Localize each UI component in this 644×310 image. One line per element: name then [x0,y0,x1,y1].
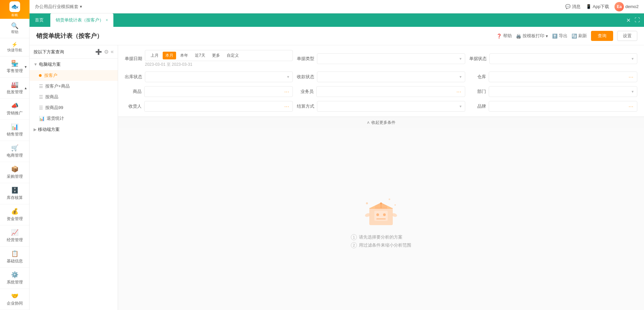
sidebar-item-retail[interactable]: 🏪 零售管理 ▼ [0,56,29,78]
payment-status-select[interactable]: ▾ [317,71,465,82]
export-icon: ⬆️ [552,34,557,39]
brand-field: 品牌 ··· [469,101,637,112]
settings-button[interactable]: 设置 [617,31,637,41]
mobile-scheme-group-toggle[interactable]: ▶ 移动端方案 [30,124,118,135]
scheme-item-by-product99[interactable]: ☰ 按商品99 [30,102,118,113]
page-content: 销货单统计表（按客户） ❓ 帮助 🖨️ 按模板打印 ▾ ⬆️ 导出 🔄 刷新 [30,27,644,310]
date-7days-btn[interactable]: 近7天 [192,52,208,59]
industry-selector[interactable]: 办公用品行业模拟账套 ▾ [35,4,82,10]
order-status-arrow: ▾ [632,56,634,61]
salesperson-control[interactable]: ··· [316,86,465,97]
scheme-item-label: 按商品 [45,94,58,100]
date-range-display: 2023-03-01 至 2023-03-31 [145,62,293,67]
settlement-select[interactable]: ▾ [317,101,465,112]
warehouse-select[interactable]: ··· [489,71,637,82]
dept-label: 部门 [469,89,486,95]
wholesale-icon: 🏭 [11,81,18,88]
date-this-year-btn[interactable]: 本年 [177,52,191,59]
sidebar-item-inventory[interactable]: 🗄️ 库存核算 [0,183,29,204]
mobile-group-arrow: ▶ [34,127,37,132]
expand-window-button[interactable]: ⛶ [633,16,641,24]
scheme-item-return-stats[interactable]: 📊 退货统计 [30,113,118,124]
sidebar-item-ecommerce[interactable]: 🛒 电商管理 [0,141,29,162]
header-left: 办公用品行业模拟账套 ▾ [35,4,82,10]
salesperson-select[interactable]: ··· [316,86,465,97]
collapse-scheme-icon[interactable]: « [111,49,114,55]
settlement-field: 结算方式 ▾ [297,101,465,112]
home-tab[interactable]: 首页 [30,13,49,27]
consignee-dots: ··· [284,104,289,109]
consignee-control[interactable]: ··· [144,101,293,112]
order-type-select[interactable]: ▾ [317,53,465,64]
print-dropdown-arrow: ▾ [546,34,548,39]
stock-status-control[interactable]: ▾ [145,71,293,82]
quick-nav-button[interactable]: ⚡ 快捷导航 [7,40,22,55]
tab-close-icon[interactable]: × [106,18,108,22]
brand-select[interactable]: ··· [489,101,637,112]
sidebar-item-marketing[interactable]: 📣 营销推广 [0,99,29,120]
export-button[interactable]: ⬆️ 导出 [552,33,568,39]
settlement-control[interactable]: ▾ [317,101,465,112]
messages-button[interactable]: 💬 消息 [565,4,581,10]
app-download-button[interactable]: 📱 App下载 [586,4,609,10]
tabs-bar: 首页 销货单统计表（按客户） × ✕ ⛶ [30,13,644,27]
retail-icon: 🏪 [11,60,18,67]
product-field: 商品 ··· [125,86,293,97]
sidebar-item-finance[interactable]: 💰 资金管理 [0,204,29,225]
order-type-control[interactable]: ▾ [317,53,465,64]
sidebar-item-purchase[interactable]: 📦 采购管理 [0,162,29,183]
stock-status-select[interactable]: ▾ [145,71,293,82]
order-status-select[interactable]: ▾ [489,53,637,64]
date-control: 上月 本月 本年 近7天 更多 自定义 2023-03-01 至 2023-03… [145,50,293,67]
product-label: 商品 [125,89,142,95]
dropdown-arrow-icon: ▾ [80,4,82,9]
edit-scheme-icon[interactable]: ⚙ [104,49,109,55]
dept-arrow: ▾ [632,89,634,94]
industry-name: 办公用品行业模拟账套 [35,4,78,10]
svg-point-10 [383,213,386,216]
scheme-item-by-customer[interactable]: 按客户 [30,70,118,81]
sidebar-item-sales[interactable]: 📊 销售管理 [0,120,29,141]
order-status-field: 单据状态 ▾ [469,50,637,67]
date-label: 单据日期 [125,56,142,62]
date-this-month-btn[interactable]: 本月 [163,52,176,59]
sales-icon: 📊 [11,123,18,131]
date-more-btn[interactable]: 更多 [209,52,223,59]
desktop-scheme-group-toggle[interactable]: ▼ 电脑端方案 [30,59,118,70]
user-profile[interactable]: Ea demo2 [614,2,639,11]
active-tab[interactable]: 销货单统计表（按客户） × [50,13,113,27]
collapse-bar[interactable]: ∧ 收起更多条件 [118,117,644,128]
content-body: 按以下方案查询 ➕ ⚙ « ▼ 电脑端方案 [30,45,644,310]
template-print-button[interactable]: 🖨️ 按模板打印 ▾ [516,33,548,39]
scheme-item-by-product[interactable]: ☰ 按商品 [30,92,118,102]
sidebar-item-basic[interactable]: 📋 基础信息 [0,247,29,268]
refresh-button[interactable]: 🔄 刷新 [572,33,587,39]
brand-control[interactable]: ··· [489,101,637,112]
svg-rect-11 [376,218,386,219]
dept-control[interactable]: ▾ [489,86,637,97]
app-logo[interactable]: 🐟 标账 [0,0,30,19]
order-status-control[interactable]: ▾ [489,53,637,64]
filter-row-4: 收货人 ··· 结算方式 [125,101,637,112]
empty-illustration [361,190,401,230]
add-scheme-icon[interactable]: ➕ [95,49,102,55]
close-window-button[interactable]: ✕ [625,16,632,25]
payment-status-control[interactable]: ▾ [317,71,465,82]
search-menu-button[interactable]: 🔍 帮助 [11,22,18,35]
help-button[interactable]: ❓ 帮助 [496,33,512,39]
scheme-item-by-customer-product[interactable]: ☰ 按客户+商品 [30,81,118,92]
dept-select[interactable]: ▾ [489,86,637,97]
cooperation-icon: 🤝 [11,292,18,300]
product-control[interactable]: ··· [144,86,293,97]
product-select[interactable]: ··· [144,86,293,97]
sidebar-item-wholesale[interactable]: 🏭 批发管理 ▲ [0,78,29,99]
date-last-month-btn[interactable]: 上月 [148,52,161,59]
sidebar-item-system[interactable]: ⚙️ 系统管理 [0,268,29,289]
warehouse-control[interactable]: ··· [489,71,637,82]
date-custom-btn[interactable]: 自定义 [224,52,241,59]
consignee-select[interactable]: ··· [144,101,293,112]
sidebar-item-operations[interactable]: 📈 经营管理 [0,225,29,247]
sidebar-item-cooperation[interactable]: 🤝 企业协同 [0,289,29,310]
scheme-item-label: 按客户 [44,72,57,79]
query-button[interactable]: 查询 [591,31,613,41]
